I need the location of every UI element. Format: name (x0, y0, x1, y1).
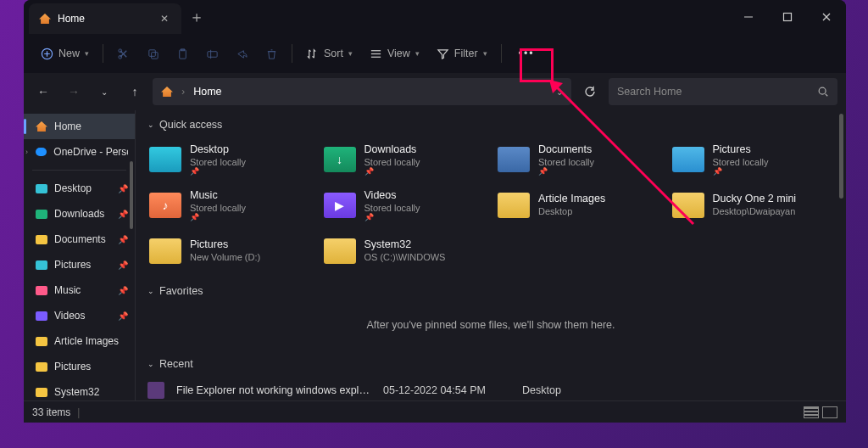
item-location: Stored locally (190, 202, 246, 214)
body: Home › OneDrive - Persc Desktop📌Download… (24, 110, 846, 400)
svg-point-18 (819, 87, 826, 94)
forward-button[interactable]: → (61, 79, 86, 104)
folder-icon: ♪ (149, 193, 181, 218)
group-favorites[interactable]: ⌄ Favorites (136, 277, 846, 304)
sidebar-item-documents[interactable]: Documents📌 (24, 227, 135, 252)
navigation-bar: ← → ⌄ ↑ › Home ⌄ Search Home (24, 73, 846, 110)
sidebar-item-label: Music (54, 284, 81, 296)
item-location: Stored locally (364, 156, 420, 168)
quick-item[interactable]: Article ImagesDesktop (492, 183, 667, 227)
sidebar-item-downloads[interactable]: Downloads📌 (24, 201, 135, 227)
sidebar-item-article-images[interactable]: Article Images (24, 328, 135, 354)
quick-item[interactable]: System32OS (C:)\WINDOWS (319, 229, 493, 273)
rename-button[interactable] (199, 40, 225, 67)
sidebar-scrollbar[interactable] (130, 161, 133, 229)
breadcrumb-sep: › (181, 86, 185, 98)
content-area: ⌄ Quick access DesktopStored locally📌↓Do… (136, 110, 846, 400)
folder-icon (36, 235, 47, 244)
sidebar-item-label: Article Images (54, 335, 119, 347)
home-icon (161, 87, 173, 97)
pin-icon: 📌 (364, 168, 420, 176)
new-label: New (58, 48, 80, 59)
folder-icon (36, 260, 47, 270)
quick-item[interactable]: ▶VideosStored locally📌 (319, 183, 493, 227)
pin-icon: 📌 (538, 168, 594, 176)
cut-button[interactable] (110, 40, 136, 67)
item-location: Stored locally (190, 156, 246, 168)
maximize-button[interactable] (768, 0, 807, 34)
quick-item[interactable]: PicturesNew Volume (D:) (144, 229, 319, 273)
delete-button[interactable] (259, 40, 285, 67)
sort-button[interactable]: Sort ▾ (299, 40, 359, 67)
pin-icon: 📌 (364, 214, 420, 221)
svg-rect-10 (152, 52, 159, 59)
sidebar-item-onedrive[interactable]: › OneDrive - Persc (24, 139, 135, 165)
tiles-view-button[interactable] (822, 406, 837, 418)
quick-item[interactable]: DesktopStored locally📌 (144, 137, 319, 182)
svg-rect-11 (180, 49, 186, 58)
sidebar-item-desktop[interactable]: Desktop📌 (24, 176, 135, 201)
sort-label: Sort (324, 48, 343, 59)
chevron-down-icon: ▾ (85, 49, 89, 58)
sidebar-item-label: System32 (54, 386, 99, 398)
tab-close-button[interactable]: ✕ (158, 13, 171, 25)
close-button[interactable] (807, 0, 846, 34)
folder-icon (36, 362, 47, 372)
cloud-icon (36, 148, 47, 156)
sidebar-item-system32[interactable]: System32 (24, 379, 135, 400)
share-button[interactable] (229, 40, 255, 67)
svg-rect-9 (149, 49, 156, 56)
home-icon (36, 121, 47, 132)
search-input[interactable]: Search Home (609, 78, 837, 105)
item-name: Article Images (538, 193, 605, 205)
sidebar-item-home[interactable]: Home (24, 114, 135, 139)
sidebar-item-pictures[interactable]: Pictures (24, 354, 135, 379)
pin-icon: 📌 (118, 260, 128, 270)
view-button[interactable]: View ▾ (363, 40, 426, 67)
paste-button[interactable] (170, 40, 196, 67)
group-quick-access[interactable]: ⌄ Quick access (136, 110, 846, 137)
pin-icon: 📌 (118, 210, 128, 219)
expand-icon[interactable]: › (25, 148, 28, 156)
new-button[interactable]: New ▾ (34, 40, 96, 67)
sidebar-item-pictures[interactable]: Pictures📌 (24, 252, 135, 277)
pin-icon: 📌 (118, 311, 128, 321)
quick-item[interactable]: ♪MusicStored locally📌 (144, 183, 319, 227)
tab-home[interactable]: Home ✕ (29, 3, 181, 34)
new-tab-button[interactable]: ＋ (181, 0, 212, 34)
quick-item[interactable]: DocumentsStored locally📌 (492, 137, 667, 182)
back-button[interactable]: ← (31, 79, 56, 104)
minimize-button[interactable] (729, 0, 768, 34)
sidebar-item-label: Documents (54, 233, 106, 245)
pin-icon: 📌 (118, 184, 128, 193)
favorites-empty-message: After you've pinned some files, we'll sh… (136, 304, 846, 350)
chevron-down-icon[interactable]: ⌄ (556, 87, 563, 97)
folder-icon (36, 184, 47, 193)
filter-button[interactable]: Filter ▾ (430, 40, 494, 67)
sidebar-item-label: Pictures (54, 259, 91, 271)
sidebar-item-label: Videos (54, 310, 85, 322)
sidebar-item-music[interactable]: Music📌 (24, 277, 135, 303)
sidebar-item-label: Pictures (54, 361, 91, 372)
folder-icon (672, 147, 704, 172)
item-name: Downloads (364, 143, 420, 156)
folder-icon (36, 311, 47, 321)
history-dropdown[interactable]: ⌄ (92, 79, 117, 104)
recent-item[interactable]: File Explorer not working windows explor… (136, 377, 846, 400)
quick-item[interactable]: Ducky One 2 miniDesktop\Dwaipayan (667, 183, 842, 227)
content-scrollbar[interactable] (839, 114, 843, 199)
chevron-down-icon: ⌄ (147, 287, 154, 295)
address-bar[interactable]: › Home ⌄ (153, 78, 571, 105)
sidebar-item-videos[interactable]: Videos📌 (24, 303, 135, 328)
item-location: Stored locally (364, 202, 420, 214)
quick-item[interactable]: ↓DownloadsStored locally📌 (319, 137, 493, 182)
more-options-button[interactable]: ••• (509, 40, 545, 67)
details-view-button[interactable] (804, 406, 819, 418)
group-recent[interactable]: ⌄ Recent (136, 350, 846, 377)
copy-button[interactable] (140, 40, 166, 67)
refresh-button[interactable] (576, 78, 604, 105)
quick-item[interactable]: PicturesStored locally📌 (667, 137, 842, 182)
search-icon (817, 86, 829, 98)
folder-icon (36, 286, 47, 295)
up-button[interactable]: ↑ (122, 79, 147, 104)
